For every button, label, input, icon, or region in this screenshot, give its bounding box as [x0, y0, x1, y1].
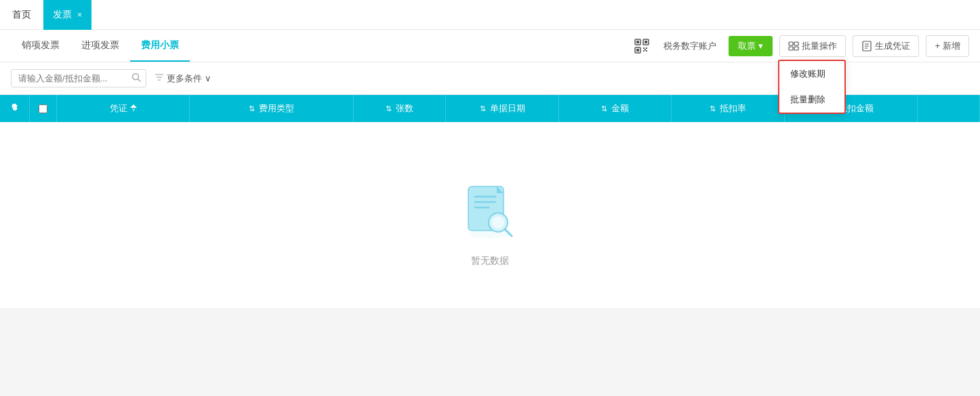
- th-checkbox[interactable]: [30, 95, 57, 122]
- th-voucher: 凭证: [57, 95, 190, 122]
- svg-marker-25: [130, 104, 137, 108]
- take-invoice-chevron: ▾: [758, 41, 763, 51]
- svg-rect-1: [636, 41, 639, 43]
- svg-rect-9: [646, 50, 647, 52]
- sort-icon-count[interactable]: ⇅: [386, 104, 392, 113]
- dropdown-item-batch-delete[interactable]: 批量删除: [779, 87, 844, 113]
- sort-icon-amount[interactable]: ⇅: [601, 104, 607, 113]
- search-wrap: [11, 69, 146, 87]
- more-conditions-chevron: ∨: [205, 73, 211, 83]
- tab-purchase-invoice[interactable]: 进项发票: [70, 30, 130, 62]
- svg-line-20: [138, 79, 141, 82]
- sort-icon[interactable]: ⇅: [249, 104, 255, 113]
- select-all-checkbox[interactable]: [39, 104, 47, 113]
- gear-icon: [9, 103, 20, 114]
- batch-ops-container: 批量操作 修改账期 批量删除: [779, 35, 846, 57]
- top-nav: 首页 发票 ×: [0, 0, 980, 30]
- svg-rect-5: [636, 49, 639, 52]
- new-label: 新增: [943, 40, 960, 52]
- take-invoice-button[interactable]: 取票 ▾: [729, 36, 773, 56]
- svg-rect-3: [645, 41, 647, 43]
- th-amount: ⇅ 金额: [559, 95, 672, 122]
- svg-rect-12: [794, 42, 798, 45]
- filter-icon: [155, 73, 164, 84]
- svg-rect-11: [789, 42, 793, 45]
- dropdown-item-modify-period[interactable]: 修改账期: [779, 61, 844, 87]
- voucher-icon: [861, 41, 872, 52]
- svg-point-35: [492, 216, 504, 229]
- voucher-filter-icon[interactable]: [130, 104, 137, 113]
- svg-point-28: [470, 230, 510, 238]
- invoice-tab-close[interactable]: ×: [77, 10, 82, 20]
- new-icon: +: [935, 41, 940, 51]
- batch-ops-icon: [788, 41, 799, 52]
- tab-expense-receipt[interactable]: 费用小票: [130, 30, 190, 62]
- th-gear[interactable]: [0, 95, 30, 122]
- take-invoice-label: 取票: [738, 40, 756, 52]
- empty-icon: [456, 176, 524, 244]
- svg-rect-8: [643, 50, 645, 52]
- generate-voucher-button[interactable]: 生成凭证: [853, 35, 919, 57]
- search-input[interactable]: [11, 69, 146, 87]
- th-count: ⇅ 张数: [354, 95, 447, 122]
- toolbar: 税务数字账户 取票 ▾ 批量操作 修改账期: [632, 35, 969, 57]
- th-extra: [918, 95, 980, 122]
- qr-code-button[interactable]: [632, 37, 651, 56]
- th-deduct-rate: ⇅ 抵扣率: [672, 95, 785, 122]
- batch-ops-dropdown: 修改账期 批量删除: [778, 60, 846, 114]
- tab-sales-invoice[interactable]: 销项发票: [11, 30, 70, 62]
- th-date: ⇅ 单据日期: [446, 95, 559, 122]
- generate-voucher-label: 生成凭证: [875, 40, 910, 52]
- main-content: 销项发票 进项发票 费用小票: [0, 30, 980, 308]
- svg-rect-7: [646, 47, 647, 49]
- empty-state: 暂无数据: [0, 122, 980, 308]
- invoice-tab[interactable]: 发票 ×: [43, 0, 91, 30]
- sort-icon-deduct-rate[interactable]: ⇅: [710, 104, 716, 113]
- th-expense-type: ⇅ 费用类型: [190, 95, 353, 122]
- svg-rect-10: [645, 49, 646, 50]
- invoice-tab-label: 发票: [53, 9, 72, 21]
- sub-tabs-left: 销项发票 进项发票 费用小票: [11, 30, 190, 62]
- svg-rect-13: [789, 47, 793, 50]
- search-icon[interactable]: [131, 73, 141, 84]
- sub-tabs-bar: 销项发票 进项发票 费用小票: [0, 30, 980, 62]
- svg-rect-14: [794, 47, 798, 50]
- svg-rect-6: [643, 47, 645, 49]
- tax-digital-button[interactable]: 税务数字账户: [658, 40, 722, 52]
- batch-ops-label: 批量操作: [802, 40, 837, 52]
- home-tab[interactable]: 首页: [0, 0, 43, 30]
- sort-icon-date[interactable]: ⇅: [480, 104, 486, 113]
- more-conditions-label: 更多条件: [167, 73, 202, 85]
- more-conditions-button[interactable]: 更多条件 ∨: [155, 73, 211, 85]
- batch-ops-button[interactable]: 批量操作: [779, 35, 846, 57]
- empty-text: 暂无数据: [471, 255, 509, 267]
- new-button[interactable]: + 新增: [926, 35, 969, 57]
